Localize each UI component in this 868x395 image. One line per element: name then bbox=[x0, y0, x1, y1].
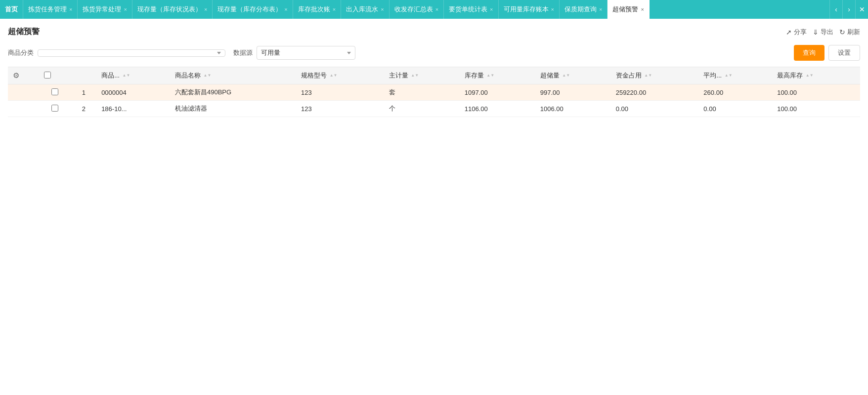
row-overstock-1: 1006.00 bbox=[535, 101, 611, 117]
row-max-stock-1: 100.00 bbox=[772, 101, 860, 117]
row-checkbox-0 bbox=[39, 84, 71, 101]
share-icon: ➚ bbox=[786, 28, 792, 36]
datasource-chevron-icon bbox=[347, 52, 351, 54]
col-overstock: 超储量 ▲▼ bbox=[535, 67, 611, 84]
col-unit: 主计量 ▲▼ bbox=[384, 67, 460, 84]
nav-tab-label-stock-status: 现存量（库存状况表） bbox=[137, 5, 202, 14]
nav-tab-close-avail-ledger[interactable]: × bbox=[551, 6, 554, 12]
settings-icon[interactable]: ⚙ bbox=[13, 71, 19, 79]
category-select[interactable] bbox=[38, 49, 225, 57]
nav-tab-inout[interactable]: 出入库流水× bbox=[341, 0, 389, 19]
nav-tab-close-order-stat[interactable]: × bbox=[490, 6, 493, 12]
col-capital: 资金占用 ▲▼ bbox=[611, 67, 699, 84]
col-spec: 规格型号 ▲▼ bbox=[296, 67, 384, 84]
nav-tab-close-batch[interactable]: × bbox=[333, 6, 336, 12]
nav-tab-task[interactable]: 拣货任务管理× bbox=[23, 0, 78, 19]
select-all-checkbox[interactable] bbox=[44, 72, 51, 79]
nav-prev-button[interactable]: ‹ bbox=[829, 0, 842, 19]
sort-product-name-icon[interactable]: ▲▼ bbox=[204, 74, 212, 78]
sort-unit-icon[interactable]: ▲▼ bbox=[411, 74, 419, 78]
row-stock-0: 1097.00 bbox=[460, 84, 535, 101]
nav-tab-label-home: 首页 bbox=[5, 5, 18, 14]
row-num-1: 2 bbox=[71, 101, 96, 117]
row-unit-1: 个 bbox=[384, 101, 460, 117]
sort-product-code-icon[interactable]: ▲▼ bbox=[123, 74, 130, 78]
sort-avg-icon[interactable]: ▲▼ bbox=[725, 74, 733, 78]
nav-tab-list: 首页拣货任务管理×拣货异常处理×现存量（库存状况表）×现存量（库存分布表）×库存… bbox=[0, 0, 829, 19]
col-avg: 平均... ▲▼ bbox=[698, 67, 772, 84]
row-product-code-1: 186-10... bbox=[96, 101, 170, 117]
nav-tab-close-stock-status[interactable]: × bbox=[204, 6, 207, 12]
sort-stock-icon[interactable]: ▲▼ bbox=[486, 74, 494, 78]
nav-tab-close-collect[interactable]: × bbox=[435, 6, 438, 12]
category-filter-label: 商品分类 bbox=[8, 48, 34, 57]
share-label: 分享 bbox=[794, 28, 807, 37]
row-gear-1 bbox=[8, 101, 39, 117]
category-chevron-icon bbox=[217, 52, 221, 54]
nav-tab-label-abnormal: 拣货异常处理 bbox=[83, 5, 121, 14]
nav-tab-label-order-stat: 要货单统计表 bbox=[449, 5, 487, 14]
page-content: 超储预警 ➚ 分享 ⇓ 导出 ↻ 刷新 商品分类 数据源 bbox=[0, 19, 868, 395]
setting-button[interactable]: 设置 bbox=[828, 45, 860, 61]
sort-capital-icon[interactable]: ▲▼ bbox=[644, 74, 652, 78]
nav-close-all-button[interactable]: ✕ bbox=[855, 0, 868, 19]
nav-tab-order-stat[interactable]: 要货单统计表× bbox=[444, 0, 498, 19]
nav-arrow-controls: ‹ › ✕ bbox=[829, 0, 868, 19]
nav-next-button[interactable]: › bbox=[842, 0, 855, 19]
row-max-stock-0: 100.00 bbox=[772, 84, 860, 101]
nav-tab-stock-dist[interactable]: 现存量（库存分布表）× bbox=[213, 0, 293, 19]
sort-spec-icon[interactable]: ▲▼ bbox=[330, 74, 338, 78]
row-unit-0: 套 bbox=[384, 84, 460, 101]
nav-tab-close-abnormal[interactable]: × bbox=[124, 6, 127, 12]
filter-row: 商品分类 数据源 可用量 查询 设置 bbox=[8, 45, 860, 61]
nav-tab-close-task[interactable]: × bbox=[69, 6, 72, 12]
top-navigation: 首页拣货任务管理×拣货异常处理×现存量（库存状况表）×现存量（库存分布表）×库存… bbox=[0, 0, 868, 19]
row-overstock-0: 997.00 bbox=[535, 84, 611, 101]
row-avg-1: 0.00 bbox=[698, 101, 772, 117]
col-stock: 库存量 ▲▼ bbox=[460, 67, 535, 84]
row-select-checkbox-0[interactable] bbox=[51, 88, 58, 95]
nav-tab-close-overstock[interactable]: × bbox=[641, 6, 644, 12]
row-num-0: 1 bbox=[71, 84, 96, 101]
col-product-name: 商品名称 ▲▼ bbox=[170, 67, 296, 84]
datasource-select[interactable]: 可用量 bbox=[257, 46, 355, 60]
col-num bbox=[71, 67, 96, 84]
nav-tab-stock-status[interactable]: 现存量（库存状况表）× bbox=[132, 0, 213, 19]
sort-overstock-icon[interactable]: ▲▼ bbox=[562, 74, 570, 78]
nav-tab-collect[interactable]: 收发存汇总表× bbox=[390, 0, 444, 19]
col-gear: ⚙ bbox=[8, 67, 39, 84]
sort-max-stock-icon[interactable]: ▲▼ bbox=[806, 74, 814, 78]
query-button[interactable]: 查询 bbox=[794, 45, 825, 61]
nav-tab-shelf-life[interactable]: 保质期查询× bbox=[560, 0, 608, 19]
row-capital-0: 259220.00 bbox=[611, 84, 699, 101]
col-checkbox bbox=[39, 67, 71, 84]
nav-tab-batch[interactable]: 库存批次账× bbox=[293, 0, 341, 19]
nav-tab-close-shelf-life[interactable]: × bbox=[599, 6, 602, 12]
refresh-button[interactable]: ↻ 刷新 bbox=[839, 28, 860, 37]
export-button[interactable]: ⇓ 导出 bbox=[813, 28, 833, 37]
row-select-checkbox-1[interactable] bbox=[51, 105, 58, 112]
nav-tab-abnormal[interactable]: 拣货异常处理× bbox=[78, 0, 132, 19]
nav-tab-close-stock-dist[interactable]: × bbox=[284, 6, 287, 12]
nav-tab-home[interactable]: 首页 bbox=[0, 0, 23, 19]
row-spec-1: 123 bbox=[296, 101, 384, 117]
row-avg-0: 260.00 bbox=[698, 84, 772, 101]
row-capital-1: 0.00 bbox=[611, 101, 699, 117]
share-button[interactable]: ➚ 分享 bbox=[786, 28, 807, 37]
nav-tab-label-shelf-life: 保质期查询 bbox=[564, 5, 597, 14]
row-product-name-0: 六配套新昌490BPG bbox=[170, 84, 296, 101]
export-icon: ⇓ bbox=[813, 28, 819, 36]
table-row: 1 0000004 六配套新昌490BPG 123 套 1097.00 997.… bbox=[8, 84, 860, 101]
nav-tab-label-collect: 收发存汇总表 bbox=[394, 5, 433, 14]
nav-tab-avail-ledger[interactable]: 可用量库存账本× bbox=[499, 0, 560, 19]
table-header-row: ⚙ 商品... ▲▼ 商品名称 ▲▼ 规格型号 ▲▼ bbox=[8, 67, 860, 84]
nav-tab-overstock[interactable]: 超储预警× bbox=[608, 0, 649, 19]
nav-tab-close-inout[interactable]: × bbox=[381, 6, 384, 12]
datasource-select-value: 可用量 bbox=[261, 48, 280, 57]
row-product-name-1: 机油滤清器 bbox=[170, 101, 296, 117]
datasource-filter-group: 数据源 可用量 bbox=[233, 46, 355, 60]
col-max-stock: 最高库存 ▲▼ bbox=[772, 67, 860, 84]
row-gear-0 bbox=[8, 84, 39, 101]
nav-tab-label-inout: 出入库流水 bbox=[346, 5, 378, 14]
filter-actions: 查询 设置 bbox=[794, 45, 860, 61]
